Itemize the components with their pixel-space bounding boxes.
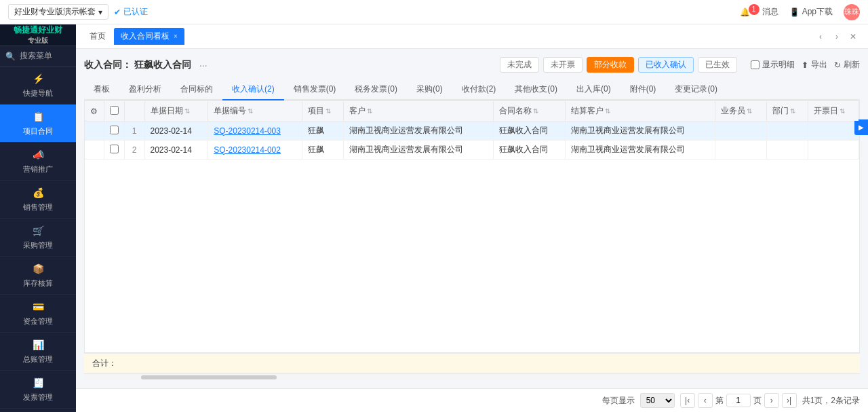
general-icon: 📊 (31, 338, 45, 352)
cell-order-no[interactable]: SQ-20230214-002 (208, 141, 302, 160)
cell-num: 1 (124, 121, 144, 141)
tab-contract-board[interactable]: 收入合同看板 × (114, 28, 184, 45)
th-num (124, 101, 144, 121)
tab-nav-buttons: ‹ › ✕ (814, 30, 860, 43)
scroll-bar-thumb[interactable] (141, 375, 277, 379)
page-next-button[interactable]: › (764, 393, 779, 408)
status-btn-effective[interactable]: 已生效 (698, 57, 737, 73)
sort-icon: ⇅ (840, 107, 845, 115)
cell-checkbox[interactable] (104, 121, 124, 141)
tab-attachments[interactable]: 附件(0) (620, 79, 666, 100)
tab-prev-button[interactable]: ‹ (814, 30, 827, 43)
sidebar-item-general[interactable]: 📊 总账管理 (0, 333, 76, 371)
status-btn-incomplete[interactable]: 未完成 (500, 57, 539, 73)
status-btn-uninvoiced[interactable]: 未开票 (543, 57, 583, 73)
sidebar-item-inventory[interactable]: 📦 库存核算 (0, 257, 76, 295)
cell-salesperson (715, 141, 766, 160)
contract-title: 收入合同： 狂飙收入合同 (84, 59, 191, 71)
th-dept-label: 部门 (772, 105, 789, 117)
sidebar-item-label: 采购管理 (23, 240, 53, 250)
tab-purchase[interactable]: 采购(0) (407, 79, 452, 100)
tab-tax-invoice[interactable]: 税务发票(0) (345, 79, 407, 100)
export-button[interactable]: ⬆ 导出 (802, 59, 827, 71)
display-detail-checkbox[interactable] (751, 60, 760, 69)
search-label: 搜索菜单 (20, 50, 52, 62)
page-last-button[interactable]: ›| (782, 393, 797, 408)
sort-icon: ⇅ (790, 107, 795, 115)
display-toggle[interactable]: 显示明细 (751, 59, 795, 71)
sidebar-item-invoice[interactable]: 🧾 发票管理 (0, 371, 76, 409)
tab-sales-invoice[interactable]: 销售发票(0) (284, 79, 346, 100)
page-label: 第 (715, 395, 724, 407)
th-invoice-date[interactable]: 开票日⇅ (808, 101, 859, 121)
th-dept[interactable]: 部门⇅ (766, 101, 808, 121)
page-prev-button[interactable]: ‹ (698, 393, 713, 408)
status-btn-confirmed[interactable]: 已收入确认 (638, 57, 694, 73)
total-label: 合计： (92, 358, 117, 369)
tab-home[interactable]: 首页 (84, 28, 111, 45)
scroll-bar-area[interactable] (84, 373, 860, 380)
cell-checkbox[interactable] (104, 141, 124, 160)
company-selector[interactable]: 好业财专业版演示帐套 ▾ (8, 4, 108, 20)
certified-badge: ✔ 已认证 (114, 6, 148, 18)
tab-target[interactable]: 合同标的 (171, 79, 222, 100)
page-content: 收入合同： 狂飙收入合同 ··· 未完成 未开票 部分收款 已收入确认 已生效 … (76, 49, 868, 388)
check-icon: ✔ (114, 7, 121, 17)
message-badge: 1 (749, 4, 760, 15)
cell-customer: 湖南卫视商业运营发展有限公司 (343, 141, 493, 160)
app-download-button[interactable]: 📱 App下载 (789, 6, 833, 18)
sidebar-item-label: 资金管理 (23, 316, 53, 326)
cell-settlement: 湖南卫视商业运营发展有限公司 (566, 121, 715, 141)
page-num-input[interactable] (726, 394, 751, 407)
sort-icon: ⇅ (248, 107, 253, 115)
sort-icon: ⇅ (367, 107, 372, 115)
tab-close-all-button[interactable]: ✕ (846, 30, 860, 43)
select-all-checkbox[interactable] (110, 106, 119, 115)
th-project[interactable]: 项目⇅ (302, 101, 343, 121)
status-btn-partial-collection[interactable]: 部分收款 (587, 57, 634, 73)
th-date[interactable]: 单据日期⇅ (144, 101, 208, 121)
sidebar-item-purchase[interactable]: 🛒 采购管理 (0, 219, 76, 257)
sidebar-item-marketing[interactable]: 📣 营销推广 (0, 143, 76, 181)
sidebar-item-funds[interactable]: 💳 资金管理 (0, 295, 76, 333)
chevron-down-icon: ▾ (98, 7, 102, 17)
sidebar-item-project[interactable]: 📋 项目合同 (0, 105, 76, 143)
tab-profit[interactable]: 盈利分析 (119, 79, 171, 100)
tab-revenue-confirm[interactable]: 收入确认(2) (222, 79, 284, 100)
more-button[interactable]: ··· (199, 60, 208, 71)
th-contract[interactable]: 合同名称⇅ (493, 101, 565, 121)
sidebar-search[interactable]: 🔍 搜索菜单 (0, 46, 76, 67)
sidebar-item-label: 发票管理 (23, 392, 53, 402)
tab-next-button[interactable]: › (830, 30, 844, 43)
th-settings[interactable]: ⚙ (85, 101, 104, 121)
page-first-button[interactable]: |‹ (680, 393, 695, 408)
th-customer[interactable]: 客户⇅ (343, 101, 493, 121)
tab-board[interactable]: 看板 (84, 79, 119, 100)
sidebar-item-tax[interactable]: 📑 税务管理 (0, 409, 76, 412)
table-header-row: ⚙ 单据日期⇅ 单据编号⇅ 项目⇅ 客户⇅ 合同名称⇅ 结算客户⇅ 业务员⇅ 部… (85, 101, 859, 121)
tab-label: 收入合同看板 (121, 31, 170, 42)
th-salesperson[interactable]: 业务员⇅ (715, 101, 766, 121)
sidebar-item-quicknav[interactable]: ⚡ 快捷导航 (0, 67, 76, 105)
page-footer: 每页显示 50 20 100 |‹ ‹ 第 页 › ›| 共1页，2条记录 (76, 388, 868, 412)
tab-changes[interactable]: 变更记录(0) (665, 79, 727, 100)
sort-icon: ⇅ (184, 107, 190, 115)
user-avatar-area[interactable]: 珠珠 (844, 4, 860, 20)
tab-payment[interactable]: 收付款(2) (452, 79, 506, 100)
tab-other-income[interactable]: 其他收支(0) (505, 79, 567, 100)
th-order-no[interactable]: 单据编号⇅ (208, 101, 302, 121)
tab-close-button[interactable]: × (174, 33, 178, 40)
right-panel-button[interactable]: ▶ (854, 119, 868, 135)
message-button[interactable]: 🔔 1 消息 (740, 6, 778, 18)
cell-order-no[interactable]: SQ-20230214-003 (208, 121, 302, 141)
page-size-select[interactable]: 50 20 100 (640, 393, 675, 408)
sidebar-item-label: 营销推广 (23, 164, 53, 174)
th-settlement[interactable]: 结算客户⇅ (566, 101, 715, 121)
tab-warehouse[interactable]: 出入库(0) (567, 79, 620, 100)
contract-header: 收入合同： 狂飙收入合同 ··· 未完成 未开票 部分收款 已收入确认 已生效 … (84, 57, 860, 73)
sidebar-logo: 畅捷通好业财 专业版 (0, 24, 76, 46)
refresh-button[interactable]: ↻ 刷新 (834, 59, 860, 71)
sort-icon: ⇅ (533, 107, 538, 115)
th-order-no-label: 单据编号 (214, 105, 246, 117)
sidebar-item-sales[interactable]: 💰 销售管理 (0, 181, 76, 219)
